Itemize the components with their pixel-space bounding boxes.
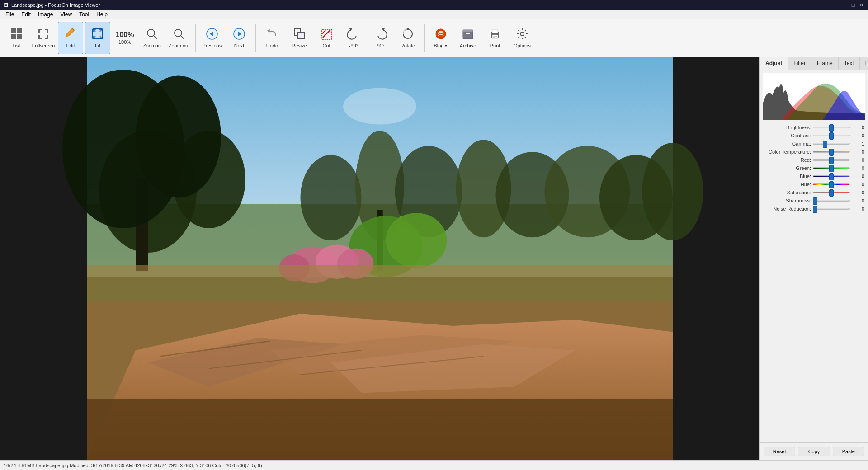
contrast-thumb[interactable] [829,132,834,140]
noisereduction-label: Noise Reduction: [764,206,811,212]
saturation-thumb[interactable] [829,189,834,197]
tab-filter[interactable]: Filter [788,57,811,70]
blog-button[interactable]: Blog ▼ [428,22,453,54]
svg-line-11 [181,36,184,39]
fullscreen-button[interactable]: Fullscreen [31,22,56,54]
rotate-left-button[interactable]: -90° [341,22,366,54]
undo-label: Undo [266,43,278,48]
print-icon [489,28,501,42]
fullscreen-icon [37,28,50,42]
menu-view[interactable]: View [57,10,75,19]
main-area: Adjust Filter Frame Text EXIF [0,57,868,460]
cut-icon [320,28,333,42]
saturation-value: 0 [852,190,864,195]
red-row: Red: 0 [764,157,864,163]
svg-rect-24 [463,31,473,39]
svg-point-34 [343,88,416,125]
options-button[interactable]: Options [509,22,535,54]
rotate-button[interactable]: Rotate [395,22,420,54]
tab-text[interactable]: Text [839,57,860,70]
sharpness-thumb[interactable] [813,197,817,205]
zoomin-button[interactable]: Zoom in [139,22,165,54]
blue-label: Blue: [764,174,811,179]
menu-edit[interactable]: Edit [18,10,34,19]
undo-icon [266,28,278,42]
saturation-label: Saturation: [764,190,811,195]
resize-label: Resize [292,43,307,48]
previous-button[interactable]: Previous [199,22,225,54]
image-area[interactable] [0,57,760,460]
resize-button[interactable]: Resize [287,22,312,54]
close-button[interactable]: ✕ [858,2,864,8]
zoomout-button[interactable]: Zoom out [166,22,192,54]
print-button[interactable]: Print [482,22,508,54]
archive-button[interactable]: Archive [455,22,481,54]
svg-rect-18 [298,33,304,39]
options-icon [516,28,528,42]
menu-image[interactable]: Image [34,10,57,19]
hue-value: 0 [852,182,864,187]
fit-button[interactable]: Fit [85,22,110,54]
separator-1 [195,24,196,52]
archive-icon [462,28,474,42]
titlebar-controls: ─ □ ✕ [842,2,864,8]
colortemp-row: Color Temperature: 0 [764,149,864,155]
contrast-row: Contrast: 0 [764,133,864,138]
resize-icon [293,28,306,42]
minimize-button[interactable]: ─ [842,2,848,8]
next-button[interactable]: Next [226,22,252,54]
titlebar-title: 🖼 Landscape.jpg - FocusOn Image Viewer [4,2,100,8]
gamma-thumb[interactable] [823,141,827,148]
sharpness-label: Sharpness: [764,198,811,203]
cut-button[interactable]: Cut [314,22,339,54]
paste-button[interactable]: Paste [833,446,864,456]
rotate-right-icon [374,28,387,42]
next-label: Next [234,43,245,48]
gamma-row: Gamma: 1 [764,141,864,146]
svg-rect-25 [463,30,473,32]
svg-rect-2 [11,34,16,39]
blue-thumb[interactable] [829,173,834,180]
status-text: 16/24 4.91MB Landscape.jpg Modified: 3/1… [4,463,262,468]
rotate-right-button[interactable]: 90° [368,22,393,54]
rotate-icon [401,28,414,42]
green-thumb[interactable] [829,165,834,172]
tab-exif[interactable]: EXIF [860,57,868,70]
separator-3 [424,24,425,52]
svg-line-8 [154,36,157,39]
copy-button[interactable]: Copy [798,446,830,456]
tab-frame[interactable]: Frame [811,57,839,70]
rotate-right-label: 90° [377,43,385,48]
zoom100-label: 100% [118,39,131,45]
menu-help[interactable]: Help [93,10,111,19]
archive-label: Archive [460,43,476,48]
svg-rect-19 [322,29,332,39]
maximize-button[interactable]: □ [850,2,856,8]
sharpness-row: Sharpness: 0 [764,198,864,203]
red-label: Red: [764,157,811,163]
next-icon [233,28,245,42]
tab-adjust[interactable]: Adjust [760,57,788,70]
red-thumb[interactable] [829,157,834,164]
edit-button[interactable]: Edit [58,22,83,54]
menu-tool[interactable]: Tool [75,10,93,19]
brightness-thumb[interactable] [829,124,834,132]
window-title: Landscape.jpg - FocusOn Image Viewer [11,2,100,8]
gamma-label: Gamma: [764,141,811,146]
colortemp-thumb[interactable] [829,149,834,156]
hue-thumb[interactable] [829,181,834,188]
sliders-area: Brightness: 0 Contrast: 0 [760,123,868,442]
menu-file[interactable]: File [2,10,18,19]
green-label: Green: [764,165,811,171]
gamma-value: 1 [852,141,864,146]
statusbar: 16/24 4.91MB Landscape.jpg Modified: 3/1… [0,460,868,470]
zoom100-button[interactable]: 100% 100% [112,22,137,54]
noisereduction-thumb[interactable] [813,206,817,213]
zoomin-label: Zoom in [143,43,161,48]
list-button[interactable]: List [4,22,29,54]
reset-button[interactable]: Reset [764,446,795,456]
zoomin-icon [146,28,158,42]
undo-button[interactable]: Undo [259,22,285,54]
zoomout-icon [173,28,185,42]
panel-tabs: Adjust Filter Frame Text EXIF [760,57,868,70]
